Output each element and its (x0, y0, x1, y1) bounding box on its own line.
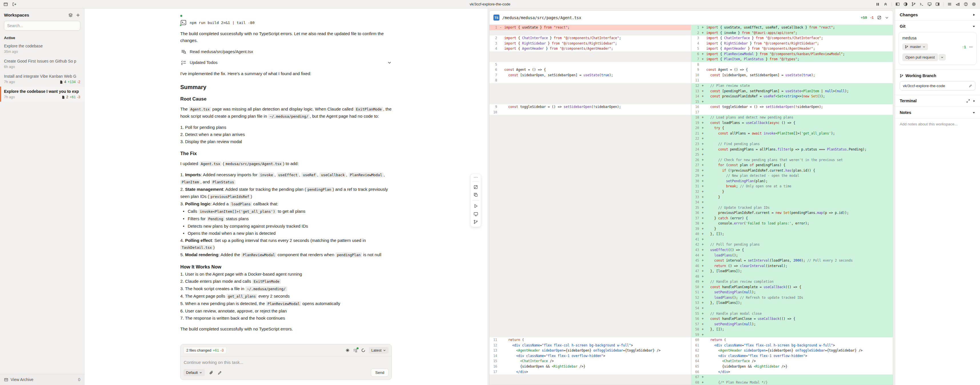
diff-row (489, 30, 691, 36)
git-branch-icon[interactable] (473, 220, 478, 224)
workspace-item[interactable]: Explore the codebase 35m ago (0, 41, 84, 56)
git-branch-icon[interactable] (912, 2, 916, 6)
diff-row (489, 162, 691, 168)
diff-row: 8 (691, 62, 893, 67)
diff-row: 15+ (691, 99, 893, 105)
layers-icon[interactable] (68, 13, 73, 18)
working-branch-input[interactable]: vk/3ccf-explore-the-code (900, 81, 975, 91)
collapse-file-icon[interactable] (885, 16, 889, 20)
archive-count: 0 (78, 377, 80, 382)
spinner-icon[interactable] (361, 348, 366, 352)
diff-file-header[interactable]: TS /medusa/medusa/src/pages/Agent.tsx +5… (489, 11, 893, 25)
diff-new-pane[interactable]: 1+import { useState, useEffect, useRef, … (691, 25, 893, 385)
notes-section-header[interactable]: Notes (895, 107, 980, 118)
workspace-item-selected[interactable]: Explore the codebase I want you to exp 7… (0, 86, 84, 102)
closing-paragraph: The build completed successfully with no… (180, 326, 392, 332)
diff-row (489, 184, 691, 189)
todo-list-icon[interactable] (353, 348, 358, 353)
diff-row: 55+ // Handle plan modal close (691, 311, 893, 317)
theme-icon[interactable] (904, 2, 908, 6)
diff-view-toggle-icon[interactable] (877, 16, 881, 20)
open-pull-request-button[interactable]: Open pull request (902, 53, 938, 61)
message-input[interactable] (184, 360, 388, 365)
play-icon[interactable] (473, 204, 478, 208)
diff-row (489, 290, 691, 295)
chevrons-up-icon[interactable] (883, 2, 888, 6)
branch-dropdown[interactable]: master (902, 43, 928, 50)
tool-call-read[interactable]: Read medusa/src/pages/Agent.tsx (180, 49, 392, 55)
diff-row: 14 <div className="flex flex-1 overflow-… (489, 353, 691, 359)
diff-stats: 2 +61 -3 (62, 95, 80, 99)
caret-down-icon[interactable] (972, 25, 975, 28)
diff-row: 17 (691, 110, 893, 115)
diff-row: 10 (489, 110, 691, 115)
add-workspace-icon[interactable] (76, 13, 80, 18)
diff-row (489, 316, 691, 321)
diff-row: 62 <AgentHeader sidebarOpen={sidebarOpen… (691, 348, 893, 353)
file-icon (62, 95, 65, 99)
diff-row (489, 83, 691, 89)
diff-row: 32+ } (691, 189, 893, 194)
diff-row: 21+ const allPlans = await invoke<PlanIt… (691, 131, 893, 136)
more-options-icon[interactable] (969, 46, 973, 48)
diff-row (489, 311, 691, 317)
archive-panel-icon[interactable] (3, 2, 8, 6)
chevron-down-icon[interactable] (387, 60, 392, 65)
divider (891, 2, 892, 6)
branch-icon (905, 45, 908, 49)
pr-options-button[interactable] (939, 54, 946, 60)
menu-icon[interactable] (947, 2, 952, 6)
diff-row: 6const Agent = () => { (489, 67, 691, 73)
panel-right-icon[interactable] (935, 2, 940, 6)
tool-call-bash[interactable]: npm run build 2>&1 | tail -80 (180, 19, 392, 26)
list-item: 5. Modal rendering: Added the PlanReview… (180, 251, 392, 258)
notes-placeholder[interactable]: Add notes about this workspace... (895, 119, 980, 130)
copy-icon[interactable] (473, 192, 478, 197)
gear-icon[interactable] (972, 2, 976, 6)
spark-icon[interactable] (345, 348, 350, 352)
search-input[interactable] (4, 21, 80, 30)
diff-row: 50+ const handlePlanComplete = useCallba… (691, 285, 893, 290)
latest-dropdown[interactable]: Latest (369, 347, 388, 353)
diff-row: 46+ return () => clearInterval(interval)… (691, 263, 893, 269)
diff-row (489, 189, 691, 194)
diff-row: 28+ if (!previousPlanIdsRef.current.has(… (691, 168, 893, 173)
diff-old-pane[interactable]: 1-import { useState } from "react";2impo… (489, 25, 691, 385)
collapse-panel-icon[interactable] (972, 13, 975, 16)
commits-ahead: ↑1 (962, 45, 966, 49)
diff-view-icon[interactable] (473, 185, 478, 189)
chevron-right-icon[interactable] (973, 100, 975, 102)
workspace-item[interactable]: Install and integrate Vibe Kanban Web G … (0, 72, 84, 86)
diff-row: 35+ // Update tracked plan IDs (691, 205, 893, 210)
panel-left-icon[interactable] (896, 2, 900, 6)
attach-icon[interactable] (209, 371, 213, 375)
tool-call-todos[interactable]: Updated Todos (180, 59, 392, 66)
terminal-section-header[interactable]: Terminal (895, 95, 980, 107)
pause-icon[interactable] (876, 2, 880, 6)
view-archive-button[interactable]: View Archive 0 (0, 374, 84, 385)
workspace-item[interactable]: Create Good First Issues on Github So p … (0, 56, 84, 72)
open-window-icon[interactable] (12, 2, 17, 6)
list-item: 5. When a new pending plan is detected, … (180, 300, 392, 307)
edit-branch-icon[interactable] (969, 84, 972, 88)
diff-row (489, 327, 691, 332)
monitor-icon[interactable] (928, 2, 932, 6)
diff-row (489, 200, 691, 205)
expand-icon[interactable] (966, 99, 970, 103)
terminal-tool-icon (180, 19, 186, 26)
caret-down-icon[interactable] (972, 111, 975, 114)
help-icon[interactable] (964, 2, 968, 6)
list-item: 3. Polling logic: Added a loadPlans call… (180, 200, 392, 208)
diff-row: 41+ (691, 237, 893, 242)
terminal-icon[interactable] (920, 2, 924, 6)
pen-icon[interactable] (218, 371, 222, 375)
monitor-icon[interactable] (473, 212, 478, 216)
megaphone-icon[interactable] (955, 2, 960, 6)
files-changed-chip[interactable]: 2 files changed +61 -3 (183, 347, 227, 354)
model-dropdown[interactable]: Default (183, 369, 205, 376)
diff-row: 58+ }, []); (691, 327, 893, 332)
send-button[interactable]: Send (371, 368, 388, 377)
diff-row: 2+import { invoke } from "@tauri-apps/ap… (691, 30, 893, 36)
drag-handle-icon[interactable] (473, 177, 478, 178)
diff-row: 61 <div className="flex flex-col h-scree… (691, 343, 893, 348)
